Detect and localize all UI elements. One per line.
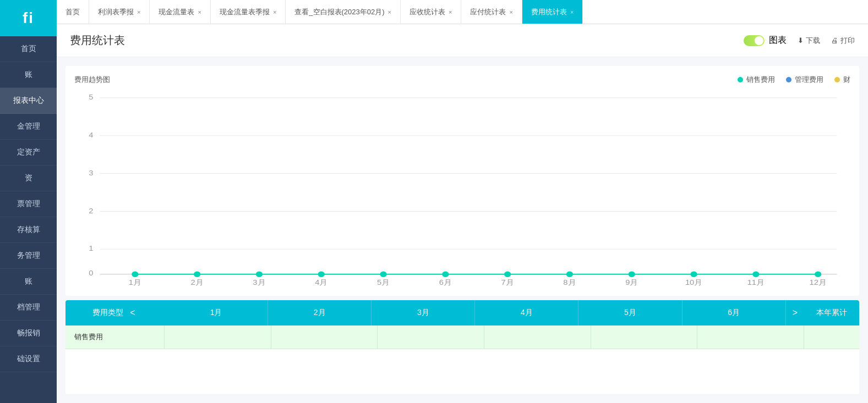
sidebar-item-inventory[interactable]: 存核算 — [0, 217, 57, 243]
legend-dot-sales — [738, 77, 743, 82]
chart-toggle-wrap: 图表 — [744, 35, 787, 46]
svg-text:9月: 9月 — [625, 279, 638, 286]
legend-label-sales: 销售费用 — [746, 75, 775, 85]
page-title: 费用统计表 — [70, 33, 125, 48]
svg-text:5月: 5月 — [377, 279, 390, 286]
sidebar-item-home[interactable]: 首页 — [0, 36, 57, 62]
svg-text:12月: 12月 — [809, 279, 826, 286]
close-icon[interactable]: × — [198, 9, 201, 15]
tab-payable[interactable]: 应付统计表 × — [461, 0, 522, 24]
td-month-6 — [697, 325, 804, 349]
close-icon[interactable]: × — [449, 9, 452, 15]
svg-text:2月: 2月 — [191, 279, 204, 286]
tab-expense[interactable]: 费用统计表 × — [522, 0, 583, 24]
svg-text:4月: 4月 — [315, 279, 327, 286]
th-month-3: 3月 — [372, 300, 475, 325]
download-button[interactable]: ⬇ 下载 — [798, 36, 820, 46]
svg-point-16 — [318, 271, 325, 277]
sidebar: fi 首页 账 报表中心 金管理 定资产 资 票管理 存核算 务管理 账 档管理… — [0, 0, 57, 403]
page-header: 费用统计表 图表 ⬇ 下载 🖨 打印 — [57, 24, 868, 57]
legend-label-finance: 财 — [843, 75, 850, 85]
svg-text:6月: 6月 — [439, 279, 452, 286]
td-month-2 — [271, 325, 378, 349]
tab-profit-quarterly[interactable]: 利润表季报 × — [89, 0, 150, 24]
td-month-3 — [378, 325, 484, 349]
chart-toggle[interactable] — [744, 35, 765, 46]
table-row: 销售费用 — [65, 325, 859, 349]
table-header: 费用类型 < 1月 2月 3月 4月 5月 6月 > 本年累计 — [65, 300, 859, 325]
download-label: 下载 — [806, 36, 820, 46]
tab-cashflow[interactable]: 现金流量表 × — [150, 0, 210, 24]
svg-point-17 — [380, 271, 386, 277]
svg-text:11月: 11月 — [747, 279, 765, 286]
tab-receivable[interactable]: 应收统计表 × — [401, 0, 461, 24]
close-icon[interactable]: × — [570, 9, 574, 15]
svg-text:7月: 7月 — [501, 279, 514, 286]
svg-text:8月: 8月 — [563, 279, 576, 286]
tab-bar: 首页 利润表季报 × 现金流量表 × 现金流量表季报 × 查看_空白报表(202… — [57, 0, 868, 24]
svg-text:1: 1 — [89, 245, 93, 252]
th-month-4: 4月 — [475, 300, 578, 325]
sidebar-item-assets[interactable]: 定资产 — [0, 140, 57, 165]
sidebar-item-expense[interactable]: 畅报销 — [0, 321, 57, 346]
sidebar-logo: fi — [0, 0, 57, 36]
svg-point-19 — [504, 271, 511, 277]
th-total: 本年累计 — [804, 300, 859, 325]
legend-dot-admin — [786, 77, 791, 82]
download-icon: ⬇ — [798, 36, 804, 45]
sidebar-item-settings[interactable]: 础设置 — [0, 346, 57, 372]
legend-finance: 财 — [834, 75, 850, 85]
sidebar-item-reports[interactable]: 报表中心 — [0, 88, 57, 114]
svg-point-13 — [132, 271, 138, 277]
next-month-button[interactable]: > — [786, 300, 804, 325]
td-total — [804, 325, 859, 349]
chart-section: 费用趋势图 销售费用 管理费用 财 — [65, 66, 859, 296]
svg-text:3月: 3月 — [253, 279, 265, 286]
td-month-4 — [484, 325, 591, 349]
legend-sales: 销售费用 — [738, 75, 775, 85]
chart-svg: 5 4 3 2 1 0 — [74, 89, 850, 287]
close-icon[interactable]: × — [388, 9, 391, 15]
sidebar-item-finance[interactable]: 金管理 — [0, 114, 57, 140]
print-icon: 🖨 — [831, 36, 838, 45]
th-month-1: 1月 — [165, 300, 268, 325]
close-icon[interactable]: × — [273, 9, 276, 15]
close-icon[interactable]: × — [509, 9, 512, 15]
svg-text:10月: 10月 — [685, 279, 702, 286]
sidebar-item-archive[interactable]: 档管理 — [0, 295, 57, 321]
svg-point-18 — [442, 271, 449, 277]
chart-legend: 销售费用 管理费用 财 — [738, 75, 850, 85]
sidebar-item-account[interactable]: 账 — [0, 62, 57, 88]
th-type: 费用类型 < — [65, 300, 165, 325]
main-area: 首页 利润表季报 × 现金流量表 × 现金流量表季报 × 查看_空白报表(202… — [57, 0, 868, 403]
sidebar-item-capital[interactable]: 资 — [0, 165, 57, 191]
tab-blank-report[interactable]: 查看_空白报表(2023年02月) × — [286, 0, 401, 24]
sidebar-item-service[interactable]: 务管理 — [0, 243, 57, 269]
tab-cashflow-quarterly[interactable]: 现金流量表季报 × — [211, 0, 286, 24]
sidebar-item-tickets[interactable]: 票管理 — [0, 191, 57, 217]
svg-point-21 — [629, 271, 635, 277]
tab-home[interactable]: 首页 — [57, 0, 89, 24]
prev-month-button[interactable]: < — [128, 308, 137, 318]
close-icon[interactable]: × — [137, 9, 140, 15]
header-actions: 图表 ⬇ 下载 🖨 打印 — [744, 35, 855, 46]
svg-point-20 — [566, 271, 573, 277]
legend-label-admin: 管理费用 — [795, 75, 823, 85]
th-month-2: 2月 — [268, 300, 372, 325]
svg-text:5: 5 — [89, 93, 94, 101]
td-type-sales: 销售费用 — [65, 325, 165, 349]
th-month-6: 6月 — [683, 300, 786, 325]
svg-text:1月: 1月 — [129, 279, 141, 286]
legend-dot-finance — [834, 77, 840, 82]
print-button[interactable]: 🖨 打印 — [831, 36, 855, 46]
legend-admin: 管理费用 — [786, 75, 823, 85]
td-month-5 — [591, 325, 698, 349]
svg-point-22 — [690, 271, 697, 277]
svg-text:4: 4 — [89, 131, 94, 139]
toggle-label: 图表 — [769, 35, 787, 46]
chart-title: 费用趋势图 — [74, 75, 110, 85]
svg-point-23 — [752, 271, 759, 277]
table-section: 费用类型 < 1月 2月 3月 4月 5月 6月 > 本年累计 销售费用 — [65, 300, 859, 394]
sidebar-item-ledger[interactable]: 账 — [0, 269, 57, 295]
chart-area: 5 4 3 2 1 0 — [74, 89, 850, 287]
